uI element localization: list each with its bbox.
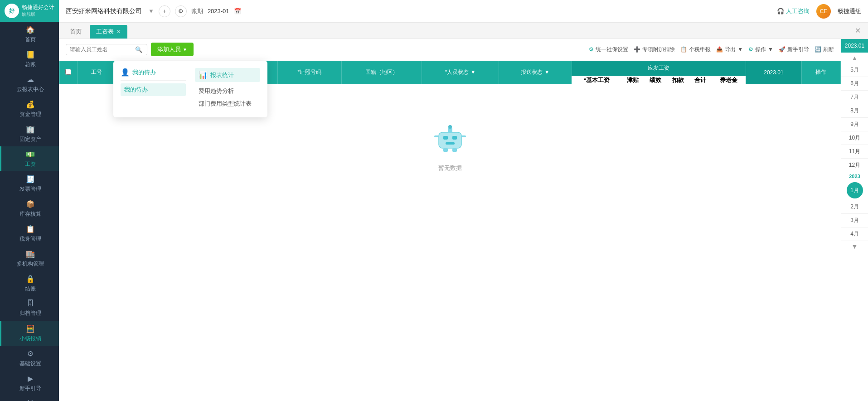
topbar-right: 🎧 人工咨询 CE 畅捷通组 <box>777 4 861 19</box>
sidebar-item-multi[interactable]: 🏬 多机构管理 <box>0 246 59 271</box>
social-insurance-button[interactable]: ⚙ 统一社保设置 <box>589 46 628 53</box>
popup-columns: 👤 我的待办 我的待办 📊 报表统计 费用趋势分析 部门费用类型统计表 <box>121 68 260 110</box>
svg-rect-7 <box>461 135 466 137</box>
tab-salary-table[interactable]: 工资表 ✕ <box>90 25 127 39</box>
month-scroll-up-button[interactable]: ▲ <box>841 53 868 63</box>
month-item-8[interactable]: 8月 <box>841 104 868 118</box>
avatar: CE <box>816 4 831 19</box>
refresh-icon: 🔄 <box>815 46 821 53</box>
sidebar-item-salary[interactable]: 💵 工资 <box>0 146 59 171</box>
popup-col-pending: 👤 我的待办 我的待办 <box>121 68 186 110</box>
invoice-icon: 🧾 <box>26 175 35 184</box>
logo-sub: 旗舰版 <box>22 11 54 18</box>
archive-icon: 🗄 <box>27 300 34 308</box>
svg-rect-1 <box>443 136 448 140</box>
month-item-9[interactable]: 9月 <box>841 118 868 131</box>
sidebar-item-home[interactable]: 🏠 首页 <box>0 22 59 47</box>
month-item-4[interactable]: 4月 <box>841 227 868 241</box>
service-button[interactable]: 🎧 人工咨询 <box>777 7 810 15</box>
tab-home[interactable]: 首页 <box>63 25 88 39</box>
th-pension: 养老金 <box>712 76 746 85</box>
company-name[interactable]: 西安虾米网络科技有限公司 <box>66 7 142 15</box>
special-deduction-button[interactable]: ➕ 专项附加扣除 <box>634 46 675 53</box>
add-person-arrow: ▼ <box>183 47 187 52</box>
th-operation: 操作 <box>801 61 840 85</box>
period-value[interactable]: 2023-01 <box>208 8 229 14</box>
month-item-7[interactable]: 7月 <box>841 91 868 104</box>
th-number: 工号 <box>78 61 116 85</box>
month-item-11[interactable]: 11月 <box>841 145 868 159</box>
select-all-checkbox[interactable] <box>65 69 71 75</box>
inventory-icon: 📦 <box>26 200 35 208</box>
dropdown-popup: 👤 我的待办 我的待办 📊 报表统计 费用趋势分析 部门费用类型统计表 <box>113 61 267 117</box>
month-item-1-active[interactable]: 1月 <box>847 182 863 198</box>
sidebar-item-close[interactable]: 🔒 结账 <box>0 271 59 296</box>
tab-close-icon[interactable]: ✕ <box>116 29 121 35</box>
th-checkbox[interactable] <box>59 61 78 85</box>
th-deduction: 扣款 <box>667 76 689 85</box>
sidebar-item-assets[interactable]: 🏢 固定资产 <box>0 121 59 146</box>
sidebar-item-inventory[interactable]: 📦 库存核算 <box>0 196 59 221</box>
guide-icon: ▶ <box>28 374 33 383</box>
month-item-6[interactable]: 6月 <box>841 77 868 91</box>
sidebar-item-funds[interactable]: 💰 资金管理 <box>0 97 59 121</box>
month-panel: 2023.01 ▲ 5月 6月 7月 8月 9月 10月 11月 12月 202… <box>841 39 868 401</box>
user-name[interactable]: 畅捷通组 <box>838 7 861 15</box>
export-button[interactable]: 📤 导出 ▼ <box>716 46 743 53</box>
sidebar-item-basic[interactable]: ⚙ 基础设置 <box>0 346 59 371</box>
cloud-icon: ☁ <box>27 75 34 84</box>
search-input[interactable] <box>70 46 133 53</box>
headset-icon: 🎧 <box>777 8 784 14</box>
main-area: 西安虾米网络科技有限公司 ▼ + ⚙ 账期 2023-01 📅 🎧 人工咨询 C… <box>59 0 868 401</box>
operations-button[interactable]: ⚙ 操作 ▼ <box>748 46 773 53</box>
xiaochang-icon: 🧮 <box>26 324 35 333</box>
month-item-12[interactable]: 12月 <box>841 159 868 172</box>
th-total: 合计 <box>689 76 712 85</box>
logo-text: 畅捷通好会计 <box>22 4 54 11</box>
ledger-icon: 📒 <box>26 50 35 59</box>
popup-link-expense-trend[interactable]: 费用趋势分析 <box>195 85 260 97</box>
add-company-button[interactable]: + <box>159 5 170 17</box>
th-status: *人员状态 ▼ <box>422 61 499 85</box>
calendar-icon[interactable]: 📅 <box>234 8 241 14</box>
sidebar-item-archive[interactable]: 🗄 归档管理 <box>0 296 59 321</box>
refresh-button[interactable]: 🔄 刷新 <box>815 46 834 53</box>
month-item-2[interactable]: 2月 <box>841 200 868 214</box>
settings-button[interactable]: ⚙ <box>175 5 187 17</box>
sidebar-item-tax[interactable]: 📋 税务管理 <box>0 221 59 246</box>
th-allowance: 津贴 <box>621 76 644 85</box>
sidebar-item-cloud[interactable]: ☁ 云报表中心 <box>0 72 59 97</box>
pending-icon: 👤 <box>121 68 130 77</box>
tax-report-icon: 📋 <box>680 46 687 53</box>
month-scroll-down-button[interactable]: ▼ <box>841 241 868 252</box>
sidebar-item-member[interactable]: V 畅会员 <box>0 396 59 401</box>
operations-icon: ⚙ <box>748 46 753 53</box>
tax-report-button[interactable]: 📋 个税申报 <box>680 46 711 53</box>
export-icon: 📤 <box>716 46 723 53</box>
month-item-5[interactable]: 5月 <box>841 63 868 77</box>
sidebar-item-guide[interactable]: ▶ 新手引导 <box>0 371 59 396</box>
th-id-number: *证照号码 <box>277 61 341 85</box>
salary-icon: 💵 <box>26 150 35 159</box>
close-all-button[interactable]: ✕ <box>852 25 863 36</box>
sidebar-item-invoice[interactable]: 🧾 发票管理 <box>0 171 59 196</box>
operations-arrow: ▼ <box>768 46 773 53</box>
month-item-10[interactable]: 10月 <box>841 131 868 145</box>
popup-link-dept-expense[interactable]: 部门费用类型统计表 <box>195 97 260 110</box>
guide-toolbar-icon: 🚀 <box>779 46 786 53</box>
assets-icon: 🏢 <box>26 125 35 134</box>
guide-button[interactable]: 🚀 新手引导 <box>779 46 809 53</box>
multi-icon: 🏬 <box>26 250 35 258</box>
social-insurance-icon: ⚙ <box>589 46 594 53</box>
add-person-button[interactable]: 添加人员 ▼ <box>151 43 194 56</box>
content-area: 🔍 添加人员 ▼ ⚙ 统一社保设置 ➕ 专项附加扣除 <box>59 39 868 401</box>
report-icon: 📊 <box>199 71 208 79</box>
sidebar-item-ledger[interactable]: 📒 总账 <box>0 47 59 72</box>
popup-link-my-pending[interactable]: 我的待办 <box>121 83 186 96</box>
empty-text: 暂无数据 <box>438 164 462 172</box>
th-performance: 绩效 <box>644 76 667 85</box>
year-2023-label: 2023 <box>841 172 868 180</box>
month-item-3[interactable]: 3月 <box>841 214 868 227</box>
company-dropdown-arrow[interactable]: ▼ <box>148 8 154 14</box>
sidebar-item-xiaochang[interactable]: 🧮 小畅报销 <box>0 321 59 346</box>
